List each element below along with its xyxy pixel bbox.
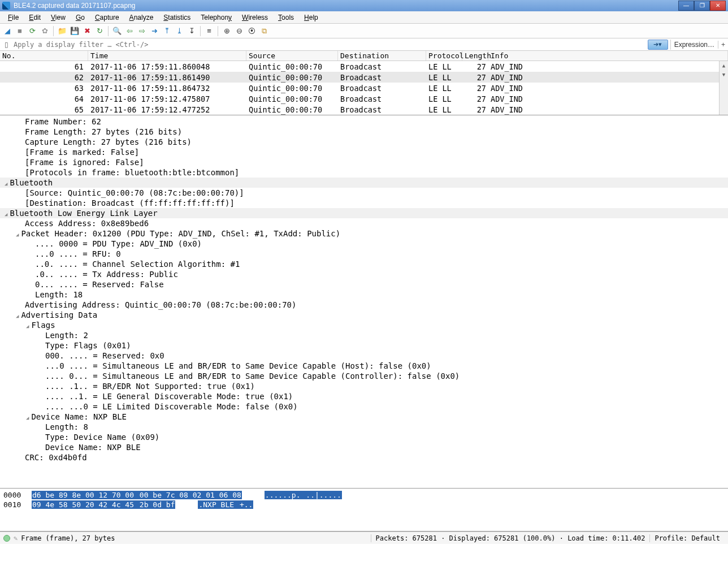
detail-line[interactable]: Length: 8 xyxy=(0,422,728,432)
hex-ascii[interactable]: ......p. xyxy=(265,491,305,499)
detail-line[interactable]: .... 0... = Simultaneous LE and BR/EDR t… xyxy=(0,371,728,381)
expression-button[interactable]: Expression… xyxy=(670,40,718,50)
bookmark-icon[interactable]: ▯ xyxy=(1,40,11,50)
save-icon[interactable]: 💾 xyxy=(70,26,80,36)
packet-row[interactable]: 622017-11-06 17:59:11.861490Quintic_00:0… xyxy=(0,72,728,83)
jump-icon[interactable]: ➜ xyxy=(149,26,159,36)
col-protocol[interactable]: Protocol xyxy=(426,51,462,61)
detail-line[interactable]: 0... .... = Reserved: False xyxy=(0,279,728,290)
detail-line[interactable]: Length: 2 xyxy=(0,330,728,340)
hex-pane[interactable]: 0000 d6 be 89 8e 00 12 70 00 00 be 7c 08… xyxy=(0,489,728,532)
menu-view[interactable]: View xyxy=(46,12,70,23)
goto-last-icon[interactable]: ⤓ xyxy=(174,26,184,36)
detail-line[interactable]: 000. .... = Reserved: 0x0 xyxy=(0,351,728,361)
next-icon[interactable]: ⇨ xyxy=(137,26,147,36)
detail-line[interactable]: Frame Length: 27 bytes (216 bits) xyxy=(0,127,728,137)
detail-line[interactable]: [Frame is marked: False] xyxy=(0,147,728,157)
prev-icon[interactable]: ⇦ xyxy=(124,26,135,36)
auto-scroll-icon[interactable]: ↧ xyxy=(187,26,197,36)
detail-line[interactable]: Flags xyxy=(0,320,728,330)
hex-ascii[interactable]: ..|..... xyxy=(305,491,342,499)
menu-edit[interactable]: Edit xyxy=(24,12,45,23)
find-icon[interactable]: 🔍 xyxy=(112,26,122,36)
hex-row[interactable]: 0000 d6 be 89 8e 00 12 70 00 00 be 7c 08… xyxy=(3,491,725,500)
colorize-icon[interactable]: ≡ xyxy=(204,26,214,36)
goto-first-icon[interactable]: ⤒ xyxy=(162,26,172,36)
start-capture-icon[interactable]: ◢ xyxy=(2,26,12,36)
detail-line[interactable]: [Destination: Broadcast (ff:ff:ff:ff:ff:… xyxy=(0,198,728,208)
menu-go[interactable]: Go xyxy=(71,12,89,23)
col-length[interactable]: Length xyxy=(462,51,488,61)
detail-line[interactable]: [Frame is ignored: False] xyxy=(0,157,728,167)
detail-line[interactable]: Packet Header: 0x1200 (PDU Type: ADV_IND… xyxy=(0,228,728,239)
detail-line[interactable]: Type: Flags (0x01) xyxy=(0,340,728,351)
detail-line[interactable]: Advertising Address: Quintic_00:00:70 (0… xyxy=(0,300,728,310)
detail-line[interactable]: Capture Length: 27 bytes (216 bits) xyxy=(0,137,728,147)
packet-row[interactable]: 612017-11-06 17:59:11.860048Quintic_00:0… xyxy=(0,61,728,72)
detail-line[interactable]: Device Name: NXP BLE xyxy=(0,442,728,452)
detail-line[interactable]: Advertising Data xyxy=(0,310,728,320)
edit-icon[interactable]: ✎ xyxy=(14,534,18,542)
scrollbar[interactable]: ▲ ▼ xyxy=(719,61,728,115)
menu-analyze[interactable]: Analyze xyxy=(125,12,158,23)
packet-row[interactable]: 652017-11-06 17:59:12.477252Quintic_00:0… xyxy=(0,104,728,115)
detail-line[interactable]: ..0. .... = Channel Selection Algorithm:… xyxy=(0,259,728,269)
maximize-button[interactable]: ❐ xyxy=(694,1,710,11)
detail-section[interactable]: Bluetooth xyxy=(0,178,728,188)
zoom-in-icon[interactable]: ⊕ xyxy=(222,26,232,36)
col-source[interactable]: Source xyxy=(246,51,338,61)
detail-line[interactable]: Length: 18 xyxy=(0,290,728,300)
scroll-down-icon[interactable]: ▼ xyxy=(720,70,728,79)
detail-line[interactable]: [Source: Quintic_00:00:70 (08:7c:be:00:0… xyxy=(0,188,728,198)
detail-line[interactable]: .0.. .... = Tx Address: Public xyxy=(0,269,728,279)
col-destination[interactable]: Destination xyxy=(338,51,426,61)
packet-list[interactable]: 612017-11-06 17:59:11.860048Quintic_00:0… xyxy=(0,61,728,115)
hex-bytes[interactable]: 00 be 7c 08 02 01 06 08 xyxy=(139,491,242,499)
open-icon[interactable]: 📁 xyxy=(57,26,67,36)
detail-line[interactable]: ...0 .... = Simultaneous LE and BR/EDR t… xyxy=(0,361,728,371)
menu-telephony[interactable]: Telephony xyxy=(196,12,236,23)
packet-row[interactable]: 632017-11-06 17:59:11.864732Quintic_00:0… xyxy=(0,83,728,93)
detail-line[interactable]: Device Name: NXP BLE xyxy=(0,412,728,422)
col-time[interactable]: Time xyxy=(88,51,246,61)
close-button[interactable]: ✕ xyxy=(710,1,726,11)
hex-row[interactable]: 0010 09 4e 58 50 20 42 4c 45 2b 0d bf .N… xyxy=(3,500,725,510)
expand-icon[interactable] xyxy=(5,178,10,187)
close-file-icon[interactable]: ✖ xyxy=(82,26,92,36)
minimize-button[interactable]: — xyxy=(678,1,694,11)
apply-filter-button[interactable]: ➔▾ xyxy=(648,40,668,50)
restart-capture-icon[interactable]: ⟳ xyxy=(27,26,37,36)
hex-bytes[interactable]: 09 4e 58 50 20 42 4c 45 xyxy=(32,500,139,509)
hex-ascii[interactable]: .NXP BLE xyxy=(198,500,239,509)
options-icon[interactable]: ✿ xyxy=(40,26,50,36)
detail-line[interactable]: ...0 .... = RFU: 0 xyxy=(0,249,728,259)
detail-line[interactable]: CRC: 0xd4b0fd xyxy=(0,452,728,463)
hex-bytes[interactable]: d6 be 89 8e 00 12 70 00 xyxy=(32,491,139,499)
expand-icon[interactable] xyxy=(26,321,31,330)
menu-statistics[interactable]: Statistics xyxy=(159,12,195,23)
reload-icon[interactable]: ↻ xyxy=(94,26,105,36)
menu-help[interactable]: Help xyxy=(300,12,323,23)
detail-line[interactable]: Access Address: 0x8e89bed6 xyxy=(0,218,728,228)
zoom-out-icon[interactable]: ⊖ xyxy=(234,26,244,36)
scroll-up-icon[interactable]: ▲ xyxy=(720,61,728,70)
detail-line[interactable]: .... 0000 = PDU Type: ADV_IND (0x0) xyxy=(0,239,728,249)
expand-icon[interactable] xyxy=(16,229,21,238)
resize-columns-icon[interactable]: ⧉ xyxy=(259,26,269,36)
stop-capture-icon[interactable]: ■ xyxy=(15,26,25,36)
packet-details[interactable]: Frame Number: 62 Frame Length: 27 bytes … xyxy=(0,115,728,489)
hex-bytes[interactable]: 2b 0d bf xyxy=(139,500,176,509)
menu-file[interactable]: File xyxy=(3,12,23,23)
detail-line[interactable]: [Protocols in frame: bluetooth:btle:btco… xyxy=(0,167,728,178)
zoom-reset-icon[interactable]: ⦿ xyxy=(246,26,257,36)
expand-icon[interactable] xyxy=(26,412,31,421)
col-no[interactable]: No. xyxy=(0,51,88,61)
detail-line[interactable]: .... ...0 = LE Limited Discoverable Mode… xyxy=(0,401,728,412)
status-profile[interactable]: Profile: Default xyxy=(649,534,725,542)
expand-icon[interactable] xyxy=(5,209,10,218)
detail-line[interactable]: .... ..1. = LE General Discoverable Mode… xyxy=(0,391,728,401)
add-filter-button[interactable]: + xyxy=(718,41,728,49)
packet-row[interactable]: 642017-11-06 17:59:12.475807Quintic_00:0… xyxy=(0,93,728,104)
hex-ascii[interactable]: +.. xyxy=(239,500,253,509)
detail-section[interactable]: Bluetooth Low Energy Link Layer xyxy=(0,208,728,218)
